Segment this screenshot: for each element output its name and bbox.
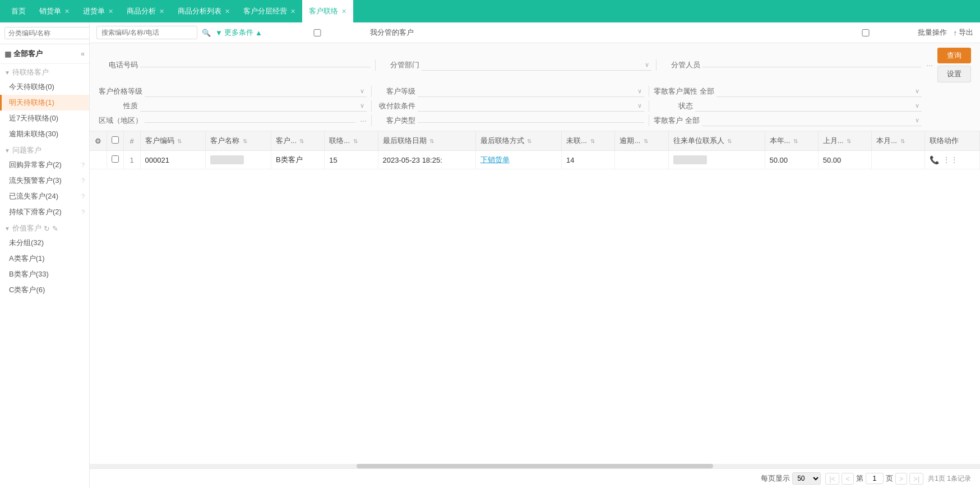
sort-this-month-icon: ⇅ bbox=[900, 138, 905, 144]
help-icon-1[interactable]: ? bbox=[81, 177, 85, 184]
set-button[interactable]: 设置 bbox=[937, 66, 971, 82]
close-product-analysis-icon[interactable]: ✕ bbox=[159, 8, 164, 15]
help-icon-0[interactable]: ? bbox=[81, 162, 85, 168]
edit-icon[interactable]: ✎ bbox=[52, 224, 58, 233]
sidebar-item-today-contact[interactable]: 今天待联络(0) bbox=[0, 79, 89, 95]
sidebar-item-a-class[interactable]: A类客户(1) bbox=[0, 251, 89, 266]
grid-icon: ▦ bbox=[4, 50, 11, 58]
sort-code-icon: ⇅ bbox=[177, 138, 182, 144]
nav-purchase-order[interactable]: 进货单 ✕ bbox=[76, 0, 120, 22]
sidebar-item-churned[interactable]: 已流失客户(24) ? bbox=[0, 188, 89, 204]
my-customers-checkbox[interactable] bbox=[267, 29, 368, 36]
col-checkbox[interactable] bbox=[107, 131, 123, 151]
help-icon-3[interactable]: ? bbox=[81, 209, 85, 215]
close-product-analysis-list-icon[interactable]: ✕ bbox=[225, 8, 230, 15]
close-sales-order-icon[interactable]: ✕ bbox=[64, 8, 70, 15]
select-all-checkbox[interactable] bbox=[112, 136, 119, 144]
row-checkbox[interactable] bbox=[112, 155, 119, 163]
refresh-icon[interactable]: ↻ bbox=[44, 224, 50, 233]
sidebar-item-churn-warning[interactable]: 流失预警客户(3) ? bbox=[0, 173, 89, 188]
my-customers-checkbox-area[interactable]: 我分管的客户 bbox=[267, 27, 414, 38]
last-method-link[interactable]: 下销货单 bbox=[480, 155, 510, 164]
page-size-select[interactable]: 50 100 200 bbox=[792, 472, 821, 485]
nav-home[interactable]: 首页 bbox=[4, 0, 33, 22]
col-customer-name[interactable]: 客户名称 ⇅ bbox=[206, 131, 271, 151]
scrollbar-thumb[interactable] bbox=[357, 464, 713, 468]
phone-input[interactable] bbox=[140, 63, 371, 67]
sidebar-item-declining[interactable]: 持续下滑客户(2) ? bbox=[0, 204, 89, 220]
nav-product-analysis[interactable]: 商品分析 ✕ bbox=[120, 0, 171, 22]
col-no-contact[interactable]: 未联... ⇅ bbox=[562, 131, 615, 151]
query-button[interactable]: 查询 bbox=[937, 48, 971, 63]
retail-attr-select[interactable]: ∨ bbox=[716, 86, 922, 97]
sidebar-item-overdue-contact[interactable]: 逾期未联络(30) bbox=[0, 126, 89, 142]
person-input[interactable] bbox=[702, 63, 922, 67]
region-dots-icon[interactable]: ··· bbox=[360, 116, 367, 125]
nav-customer-tier[interactable]: 客户分层经营 ✕ bbox=[237, 0, 302, 22]
search-input[interactable] bbox=[96, 26, 197, 39]
person-dots-icon[interactable]: ··· bbox=[926, 61, 933, 70]
sort-contact-person-icon: ⇅ bbox=[727, 138, 732, 144]
grade-chevron-icon: ∨ bbox=[637, 88, 642, 95]
sidebar: 🔍 ▦ 全部客户 « ▼ 待联络客户 今天待联络(0) 明天待联络(1) 近7天… bbox=[0, 22, 90, 488]
sidebar-item-repurchase-anomaly[interactable]: 回购异常客户(2) ? bbox=[0, 157, 89, 173]
col-last-date[interactable]: 最后联络日期 ⇅ bbox=[378, 131, 475, 151]
col-contact-person[interactable]: 往来单位联系人 ⇅ bbox=[668, 131, 765, 151]
retail-chevron-icon: ∨ bbox=[915, 117, 919, 124]
horizontal-scrollbar[interactable] bbox=[90, 464, 980, 468]
row-checkbox-cell[interactable] bbox=[107, 151, 123, 169]
region-input[interactable] bbox=[145, 119, 355, 123]
export-btn[interactable]: ↑ 导出 bbox=[954, 27, 974, 38]
first-page-btn[interactable]: |< bbox=[825, 473, 839, 485]
filter-search-icon[interactable]: 🔍 bbox=[202, 29, 211, 37]
batch-op-btn[interactable]: 批量操作 bbox=[815, 27, 947, 38]
sidebar-item-b-class[interactable]: B类客户(33) bbox=[0, 266, 89, 282]
nav-product-analysis-list[interactable]: 商品分析列表 ✕ bbox=[171, 0, 237, 22]
col-num: # bbox=[123, 131, 140, 151]
collapse-icon[interactable]: « bbox=[81, 50, 85, 58]
close-purchase-order-icon[interactable]: ✕ bbox=[108, 8, 113, 15]
value-triangle-icon: ▼ bbox=[4, 225, 10, 232]
payment-select[interactable]: ∨ bbox=[418, 100, 644, 112]
prev-page-btn[interactable]: < bbox=[842, 473, 854, 485]
sidebar-all-customers[interactable]: ▦ 全部客户 « bbox=[0, 44, 89, 64]
adv-filter-row-4: 区域（地区） ··· 客户类型 零散客户 全部 ∨ bbox=[99, 115, 971, 126]
sidebar-item-tomorrow-contact[interactable]: 明天待联络(1) bbox=[0, 95, 89, 111]
nav-customer-contact[interactable]: 客户联络 ✕ bbox=[302, 0, 353, 22]
batch-op-checkbox[interactable] bbox=[815, 29, 916, 36]
close-customer-contact-icon[interactable]: ✕ bbox=[341, 8, 346, 15]
last-page-btn[interactable]: >| bbox=[909, 473, 923, 485]
col-customer-type[interactable]: 客户... ⇅ bbox=[271, 131, 324, 151]
next-page-btn[interactable]: > bbox=[895, 473, 908, 485]
help-icon-2[interactable]: ? bbox=[81, 193, 85, 200]
col-overdue[interactable]: 逾期... ⇅ bbox=[615, 131, 668, 151]
page-number-input[interactable] bbox=[866, 473, 884, 484]
nav-sales-order[interactable]: 销货单 ✕ bbox=[33, 0, 76, 22]
row-contact-person-cell bbox=[668, 151, 765, 169]
row-last-method-cell[interactable]: 下销货单 bbox=[475, 151, 561, 169]
col-gear[interactable]: ⚙ bbox=[90, 131, 107, 151]
customer-type-input[interactable] bbox=[418, 119, 644, 123]
close-customer-tier-icon[interactable]: ✕ bbox=[290, 8, 295, 15]
col-customer-code[interactable]: 客户编码 ⇅ bbox=[140, 131, 206, 151]
status-select[interactable]: ∨ bbox=[695, 100, 922, 112]
sidebar-item-ungrouped[interactable]: 未分组(32) bbox=[0, 235, 89, 251]
retail-select[interactable]: ∨ bbox=[702, 115, 922, 126]
grade-select[interactable]: ∨ bbox=[418, 86, 644, 97]
funnel-icon: ▼ bbox=[215, 29, 223, 37]
sidebar-search-input[interactable] bbox=[4, 27, 90, 39]
col-contact-count[interactable]: 联络... ⇅ bbox=[325, 131, 378, 151]
sidebar-item-7day-contact[interactable]: 近7天待联络(0) bbox=[0, 111, 89, 126]
nature-select[interactable]: ∨ bbox=[140, 100, 367, 112]
more-conditions-btn[interactable]: ▼ 更多条件 ▲ bbox=[215, 27, 262, 38]
sidebar-item-c-class[interactable]: C类客户(6) bbox=[0, 282, 89, 298]
col-this-month[interactable]: 本月... ⇅ bbox=[872, 131, 925, 151]
col-last-month[interactable]: 上月... ⇅ bbox=[818, 131, 871, 151]
col-last-method[interactable]: 最后联络方式 ⇅ bbox=[475, 131, 561, 151]
phone-action-icon[interactable]: 📞 bbox=[930, 155, 939, 164]
price-level-select[interactable]: ∨ bbox=[145, 86, 367, 97]
more-action-icon[interactable]: ⋮⋮ bbox=[942, 155, 958, 164]
row-type-cell: B类客户 bbox=[271, 151, 324, 169]
dept-select[interactable]: ∨ bbox=[422, 59, 652, 71]
col-this-year[interactable]: 本年... ⇅ bbox=[765, 131, 818, 151]
